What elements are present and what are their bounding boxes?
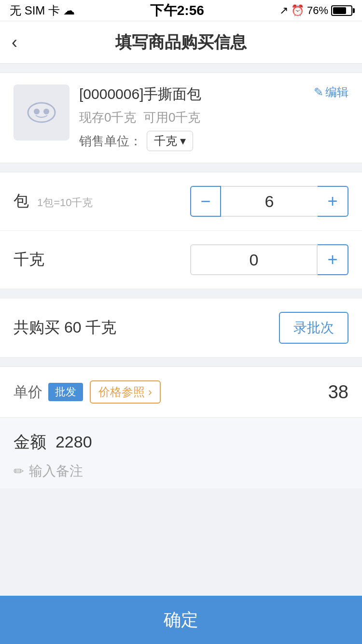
svg-point-2 [43,109,49,114]
edit-icon: ✎ [314,85,323,99]
battery-percent: 76% [307,4,328,17]
gps-icon: ↗ [279,4,288,17]
edit-button[interactable]: ✎ 编辑 [314,84,348,100]
alarm-icon: ⏰ [291,4,304,17]
batch-button[interactable]: 录批次 [279,312,348,344]
chevron-down-icon: ▾ [180,134,186,148]
back-button[interactable]: ‹ [12,32,17,53]
amount-row: 金额 2280 [14,431,348,453]
kilogram-label: 千克 [14,249,190,270]
price-value: 38 [328,382,348,403]
product-logo-icon [27,98,56,127]
summary-section: 共购买 60 千克 录批次 [0,298,362,358]
no-sim-text: 无 SIM 卡 ☁ [10,3,75,18]
page-title: 填写商品购买信息 [115,31,247,54]
summary-text: 共购买 60 千克 [14,317,116,338]
kilogram-increment-button[interactable]: + [318,244,348,275]
note-placeholder: 输入备注 [29,462,83,480]
battery-icon [331,5,352,16]
pencil-icon: ✏ [14,464,24,479]
kilogram-quantity-control: + [190,244,348,275]
status-bar: 无 SIM 卡 ☁ 下午2:56 ↗ ⏰ 76% [0,0,362,21]
package-quantity-input[interactable] [221,186,318,217]
confirm-button[interactable]: 确定 [0,596,362,644]
status-right: ↗ ⏰ 76% [279,4,352,17]
package-increment-button[interactable]: + [318,186,348,217]
svg-point-0 [28,103,55,122]
price-reference-button[interactable]: 价格参照 › [90,380,161,404]
price-type-tag: 批发 [48,383,83,401]
package-quantity-control: − + [190,186,348,217]
amount-value: 2280 [56,433,92,451]
nav-bar: ‹ 填写商品购买信息 [0,21,362,64]
product-unit: 销售单位： 千克 ▾ [79,131,348,151]
kilogram-row: 千克 + [0,231,362,289]
product-stock: 现存0千克 可用0千克 [79,109,348,126]
package-decrement-button[interactable]: − [190,186,221,217]
package-label: 包 1包=10千克 [14,191,190,212]
price-label: 单价 [14,382,42,402]
spacer [0,488,362,596]
package-row: 包 1包=10千克 − + [0,172,362,231]
svg-point-1 [34,109,40,114]
price-section: 单价 批发 价格参照 › 38 [0,366,362,418]
unit-selector[interactable]: 千克 ▾ [147,131,193,151]
product-section: [0000006]手撕面包 ✎ 编辑 现存0千克 可用0千克 销售单位： 千克 … [0,72,362,163]
product-image [14,84,70,140]
form-section-package: 包 1包=10千克 − + 千克 + [0,172,362,289]
kilogram-quantity-input[interactable] [190,244,318,275]
amount-section: 金额 2280 ✏ 输入备注 [0,418,362,488]
product-name: [0000006]手撕面包 [79,84,201,104]
package-sub-label: 1包=10千克 [37,196,93,209]
status-time: 下午2:56 [150,1,204,20]
status-left: 无 SIM 卡 ☁ [10,3,75,18]
note-row[interactable]: ✏ 输入备注 [14,462,348,480]
product-info: [0000006]手撕面包 ✎ 编辑 现存0千克 可用0千克 销售单位： 千克 … [79,84,348,151]
